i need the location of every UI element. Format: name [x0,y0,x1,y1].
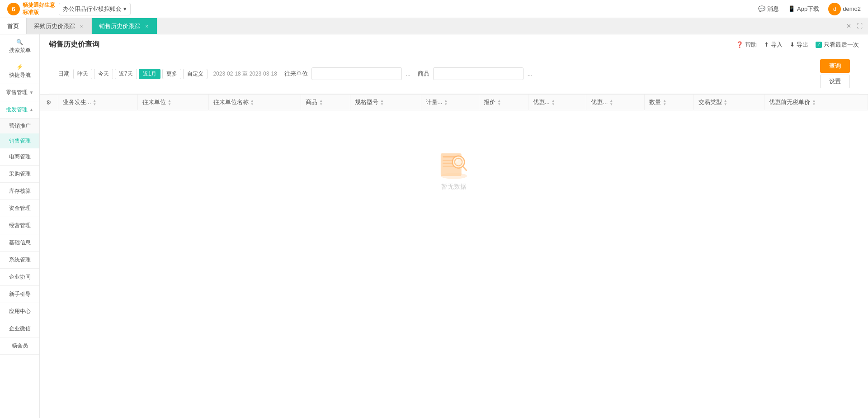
th-qty[interactable]: 数量▲▼ [645,95,694,110]
help-btn[interactable]: ❓ 帮助 [736,41,757,49]
chevron-down-icon: ▼ [29,90,34,95]
nav-icon: ⚡ [16,64,23,70]
th-trade-type[interactable]: 交易类型▲▼ [693,95,764,110]
sidebar-item-member[interactable]: 畅会员 [0,337,39,355]
sidebar-item-operation[interactable]: 经营管理 [0,217,39,234]
page-title: 销售历史价查询 [49,40,99,49]
filter-actions: 查询 设置 [820,59,850,88]
page-header: 销售历史价查询 ❓ 帮助 ⬆ 导入 ⬇ 导出 ✓ [40,34,868,95]
sidebar-item-search[interactable]: 🔍 搜索菜单 [0,34,39,59]
top-header: 6 畅捷通好生意标准版 办公用品行业模拟账套 ▾ 💬 消息 📱 App下载 d … [0,0,868,18]
partner-dots-btn[interactable]: ... [406,70,411,77]
sidebar-item-finance[interactable]: 资金管理 [0,200,39,217]
sidebar-item-marketing[interactable]: 营销推广 [0,119,39,133]
sidebar-item-quick-nav[interactable]: ⚡ 快捷导航 [0,59,39,84]
tab-bar-actions: ✕ ⛶ [841,18,868,34]
sidebar-item-system[interactable]: 系统管理 [0,252,39,269]
page-header-actions: ❓ 帮助 ⬆ 导入 ⬇ 导出 ✓ 只看最后一次 [736,41,859,49]
th-goods[interactable]: 商品▲▼ [301,95,350,110]
date-btn-7days[interactable]: 近7天 [115,69,137,79]
page-title-row: 销售历史价查询 ❓ 帮助 ⬆ 导入 ⬇ 导出 ✓ [49,40,859,49]
date-btn-today[interactable]: 今天 [94,69,113,79]
tab-sales-history[interactable]: 销售历史价跟踪 × [92,18,157,34]
filter-bar: 日期 昨天 今天 近7天 近1月 更多 自定义 2023-02-18 至 202… [49,55,859,94]
export-icon: ⬇ [790,41,795,48]
sidebar-item-sales[interactable]: 销售管理 [0,133,39,148]
goods-label: 商品 [418,70,429,78]
date-btn-more[interactable]: 更多 [162,69,181,79]
logo-area: 6 畅捷通好生意标准版 [7,2,55,16]
query-button[interactable]: 查询 [820,59,850,73]
th-discount-rate[interactable]: 优惠...▲▼ [528,95,586,110]
goods-input[interactable] [433,67,524,80]
empty-row: 暂无数据 [40,110,868,228]
partner-label: 往来单位 [284,70,308,78]
empty-illustration-icon [431,147,476,183]
th-partner-code[interactable]: 往来单位▲▼ [138,95,209,110]
svg-line-8 [462,166,466,170]
date-buttons: 昨天 今天 近7天 近1月 更多 自定义 [73,69,208,79]
table-container: ⚙ 业务发生...▲▼ 往来单位▲▼ 往来单位名称▲▼ 商品▲▼ [40,95,868,418]
sidebar-item-wechat[interactable]: 企业微信 [0,320,39,337]
search-icon: 🔍 [16,39,23,45]
goods-filter-group: 商品 ... [418,67,533,80]
th-unit[interactable]: 计量...▲▼ [421,95,479,110]
close-tab-purchase[interactable]: × [79,23,84,29]
th-partner-name[interactable]: 往来单位名称▲▼ [208,95,301,110]
sidebar-item-guide[interactable]: 新手引导 [0,286,39,303]
svg-rect-5 [443,166,454,167]
svg-point-9 [456,159,458,162]
th-pretax-price[interactable]: 优惠前无税单价▲▼ [764,95,868,110]
date-btn-yesterday[interactable]: 昨天 [73,69,92,79]
th-spec[interactable]: 规格型号▲▼ [350,95,421,110]
empty-state: 暂无数据 [40,110,868,227]
message-icon: 💬 [758,5,765,12]
th-quote[interactable]: 报价▲▼ [479,95,528,110]
sidebar-item-apps[interactable]: 应用中心 [0,303,39,320]
empty-text: 暂无数据 [441,183,467,191]
only-last-checkbox[interactable]: ✓ 只看最后一次 [816,41,859,49]
goods-dots-btn[interactable]: ... [527,70,533,77]
close-all-icon[interactable]: ✕ [846,23,851,29]
checkbox-icon: ✓ [816,42,822,48]
sidebar-item-purchase[interactable]: 采购管理 [0,166,39,183]
date-label: 日期 [58,70,70,78]
export-btn[interactable]: ⬇ 导出 [790,41,808,49]
tab-home[interactable]: 首页 [0,18,27,34]
account-selector[interactable]: 办公用品行业模拟账套 ▾ [59,3,131,15]
date-btn-custom[interactable]: 自定义 [183,69,208,79]
header-left: 6 畅捷通好生意标准版 办公用品行业模拟账套 ▾ [7,2,131,16]
chevron-up-icon: ▲ [29,107,34,112]
avatar: d [828,3,841,15]
date-filter-group: 日期 昨天 今天 近7天 近1月 更多 自定义 2023-02-18 至 202… [58,69,277,79]
import-icon: ⬆ [764,41,769,48]
main-layout: 🔍 搜索菜单 ⚡ 快捷导航 零售管理 ▼ 批发管理 ▲ 营销推广 销售管理 电商… [0,34,868,418]
sidebar-item-inventory[interactable]: 库存核算 [0,183,39,200]
th-discount-amt[interactable]: 优惠...▲▼ [586,95,645,110]
th-settings[interactable]: ⚙ [40,95,58,110]
sidebar-item-basic[interactable]: 基础信息 [0,234,39,252]
chevron-down-icon: ▾ [123,5,127,12]
table-header-row: ⚙ 业务发生...▲▼ 往来单位▲▼ 往来单位名称▲▼ 商品▲▼ [40,95,868,110]
sidebar-item-retail[interactable]: 零售管理 ▼ [0,84,39,101]
download-icon: 📱 [788,5,795,12]
sidebar-item-corp[interactable]: 企业协同 [0,269,39,286]
sidebar-item-ecommerce[interactable]: 电商管理 [0,148,39,166]
gear-icon: ⚙ [46,99,52,106]
partner-input[interactable] [311,67,402,80]
message-btn[interactable]: 💬 消息 [758,5,779,13]
close-tab-sales[interactable]: × [144,23,149,29]
tab-bar: 首页 采购历史价跟踪 × 销售历史价跟踪 × ✕ ⛶ [0,18,868,34]
app-download-btn[interactable]: 📱 App下载 [788,5,819,13]
logo-icon: 6 [7,3,20,15]
fullscreen-icon[interactable]: ⛶ [857,23,863,29]
tab-purchase-history[interactable]: 采购历史价跟踪 × [27,18,92,34]
content-area: 销售历史价查询 ❓ 帮助 ⬆ 导入 ⬇ 导出 ✓ [40,34,868,418]
th-biz-date[interactable]: 业务发生...▲▼ [58,95,138,110]
settings-button[interactable]: 设置 [820,75,850,88]
user-menu-btn[interactable]: d demo2 [828,3,861,15]
date-btn-1month[interactable]: 近1月 [139,69,161,79]
import-btn[interactable]: ⬆ 导入 [764,41,783,49]
sidebar-item-wholesale[interactable]: 批发管理 ▲ [0,101,39,119]
date-range-text: 2023-02-18 至 2023-03-18 [213,70,277,78]
